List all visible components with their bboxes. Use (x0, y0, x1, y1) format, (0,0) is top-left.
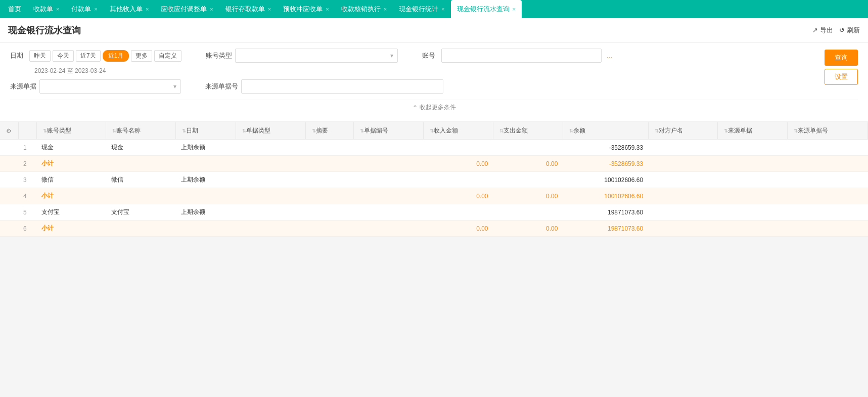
date-options: 昨天今天近7天近1月更多自定义 (29, 50, 181, 62)
date-option-更多[interactable]: 更多 (131, 50, 152, 62)
tab-close-icon[interactable]: × (146, 0, 149, 18)
row-income (424, 140, 493, 156)
row-doc-type (236, 220, 305, 237)
account-type-select[interactable]: ▾ (235, 49, 398, 63)
settings-button[interactable]: 设置 (825, 69, 858, 85)
row-balance: 19871073.60 (563, 204, 648, 220)
column-doc_type[interactable]: ⇅单据类型 (236, 122, 305, 140)
table-row: 2小计0.000.00-3528659.33 (0, 156, 868, 172)
column-source_doc[interactable]: ⇅来源单据 (718, 122, 788, 140)
gear-icon[interactable]: ⚙ (6, 127, 12, 135)
tab-close-icon[interactable]: × (210, 0, 213, 18)
nav-tab-其他收入单[interactable]: 其他收入单× (104, 0, 155, 18)
filter-row-2: 来源单据 ▾ 来源单据号 (10, 79, 816, 94)
row-source-doc (718, 220, 788, 237)
row-expense (493, 204, 563, 220)
row-doc-no (354, 156, 424, 172)
tab-close-icon[interactable]: × (56, 0, 59, 18)
date-option-自定义[interactable]: 自定义 (154, 50, 181, 62)
column-date[interactable]: ⇅日期 (176, 122, 236, 140)
nav-tab-现金银行统计[interactable]: 现金银行统计× (393, 0, 450, 18)
column-summary[interactable]: ⇅摘要 (305, 122, 354, 140)
export-button[interactable]: ↗ 导出 (812, 26, 833, 35)
refresh-icon: ↺ (839, 26, 845, 34)
row-index: 1 (18, 140, 36, 156)
row-summary (305, 172, 354, 188)
row-gear (0, 140, 18, 156)
date-option-近1月[interactable]: 近1月 (103, 50, 129, 62)
nav-home[interactable]: 首页 (2, 0, 27, 18)
row-counterpart (648, 204, 718, 220)
tab-close-icon[interactable]: × (513, 0, 516, 18)
filter-row-1: 日期 昨天今天近7天近1月更多自定义 账号类型 ▾ 账号 ... (10, 49, 816, 63)
column-account_type[interactable]: ⇅账号类型 (36, 122, 106, 140)
row-gear (0, 188, 18, 204)
row-income (424, 204, 493, 220)
row-date (176, 220, 236, 237)
row-income: 0.00 (424, 156, 493, 172)
column-gear[interactable]: ⚙ (0, 122, 18, 140)
source-doc-no-input[interactable] (241, 79, 443, 94)
tab-close-icon[interactable]: × (384, 0, 387, 18)
column-income[interactable]: ⇅收入金额 (424, 122, 493, 140)
row-counterpart (648, 156, 718, 172)
tab-close-icon[interactable]: × (326, 0, 329, 18)
column-account_name[interactable]: ⇅账号名称 (106, 122, 176, 140)
account-input[interactable] (441, 49, 601, 63)
column-counterpart[interactable]: ⇅对方户名 (648, 122, 718, 140)
table-row: 1现金现金上期余额-3528659.33 (0, 140, 868, 156)
nav-tab-预收冲应收单[interactable]: 预收冲应收单× (277, 0, 335, 18)
row-index: 6 (18, 220, 36, 237)
row-index: 2 (18, 156, 36, 172)
collapse-icon: ⌃ (413, 104, 418, 111)
date-option-昨天[interactable]: 昨天 (29, 50, 51, 62)
export-icon: ↗ (812, 26, 818, 34)
nav-tab-收款单[interactable]: 收款单× (27, 0, 65, 18)
row-counterpart (648, 188, 718, 204)
row-account-name: 支付宝 (106, 204, 176, 220)
account-type-label: 账号类型 (206, 51, 232, 60)
filter-buttons: 查询 设置 (825, 49, 858, 85)
nav-tab-应收应付调整单[interactable]: 应收应付调整单× (155, 0, 219, 18)
refresh-button[interactable]: ↺ 刷新 (839, 26, 860, 35)
data-table: ⚙⇅账号类型⇅账号名称⇅日期⇅单据类型⇅摘要⇅单据编号⇅收入金额⇅支出金额⇅余额… (0, 122, 868, 237)
date-option-近7天[interactable]: 近7天 (76, 50, 101, 62)
nav-tab-收款核销执行[interactable]: 收款核销执行× (335, 0, 393, 18)
column-index (18, 122, 36, 140)
row-source-doc-no (788, 220, 868, 237)
nav-tab-银行存取款单[interactable]: 银行存取款单× (219, 0, 277, 18)
column-balance[interactable]: ⇅余额 (563, 122, 648, 140)
row-gear (0, 220, 18, 237)
account-dots-button[interactable]: ... (605, 52, 615, 60)
column-expense[interactable]: ⇅支出金额 (493, 122, 563, 140)
nav-tab-付款单[interactable]: 付款单× (65, 0, 103, 18)
column-source_doc_no[interactable]: ⇅来源单据号 (788, 122, 868, 140)
query-button[interactable]: 查询 (825, 50, 858, 66)
row-balance: -3528659.33 (563, 140, 648, 156)
collapse-filter-button[interactable]: ⌃ 收起更多条件 (10, 100, 858, 115)
row-account-name (106, 220, 176, 237)
tab-close-icon[interactable]: × (268, 0, 271, 18)
row-index: 3 (18, 172, 36, 188)
date-range-display: 2023-02-24 至 2023-03-24 (34, 67, 106, 74)
nav-tab-现金银行流水查询[interactable]: 现金银行流水查询× (451, 0, 522, 18)
row-doc-type (236, 140, 305, 156)
row-account-name: 现金 (106, 140, 176, 156)
row-counterpart (648, 220, 718, 237)
row-doc-type (236, 156, 305, 172)
row-date: 上期余额 (176, 140, 236, 156)
tab-close-icon[interactable]: × (441, 0, 444, 18)
row-summary (305, 156, 354, 172)
row-account-type: 小计 (36, 188, 106, 204)
column-doc_no[interactable]: ⇅单据编号 (354, 122, 424, 140)
row-gear (0, 156, 18, 172)
tab-close-icon[interactable]: × (94, 0, 97, 18)
col-sort-icon: ⇅ (499, 128, 504, 134)
row-source-doc-no (788, 204, 868, 220)
row-source-doc (718, 204, 788, 220)
source-doc-select[interactable]: ▾ (39, 79, 181, 94)
date-option-今天[interactable]: 今天 (53, 50, 74, 62)
account-type-dropdown-icon: ▾ (390, 52, 393, 59)
row-source-doc (718, 188, 788, 204)
row-counterpart (648, 140, 718, 156)
